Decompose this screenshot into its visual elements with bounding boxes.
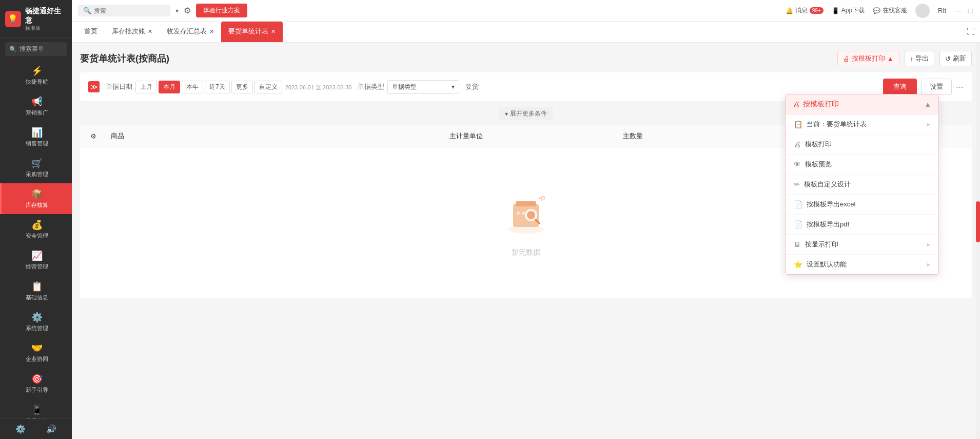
template-print-item-label: 模板打印 — [805, 140, 832, 149]
dropdown-display-print[interactable]: 🖥 按显示打印 ▸ — [786, 235, 938, 255]
sidebar-item-sales[interactable]: 📊 销售管理 — [0, 122, 72, 152]
tab-inventory-batch-close[interactable]: ✕ — [148, 28, 152, 35]
pdf-icon: 📄 — [794, 220, 802, 228]
search-input[interactable] — [94, 7, 155, 14]
sidebar-logo: 💡 畅捷通好生意 标准版 — [0, 0, 72, 38]
th-qty: 主数量 — [619, 129, 792, 143]
display-print-icon: 🖥 — [794, 240, 801, 249]
recent7-btn[interactable]: 近7天 — [205, 81, 230, 93]
online-service-btn[interactable]: 💬 在线客服 — [873, 6, 907, 15]
basic-icon: 📋 — [31, 281, 43, 292]
right-scrollbar[interactable] — [976, 43, 980, 439]
tab-collection-summary[interactable]: 收发存汇总表 ✕ — [160, 22, 221, 42]
dropdown-title-label: 按模板打印 — [803, 100, 839, 109]
maximize-icon[interactable]: ⛶ — [967, 27, 975, 36]
tab-order-stat-label: 要货单统计表 — [228, 27, 268, 36]
sidebar-item-label: 企业协同 — [26, 355, 48, 363]
notifications-btn[interactable]: 🔔 消息 99+ — [786, 6, 824, 15]
dropdown-template-print[interactable]: 🖨 模板打印 — [786, 135, 938, 155]
current-month-btn[interactable]: 本月 — [159, 81, 180, 93]
sidebar-item-basic[interactable]: 📋 基础信息 — [0, 276, 72, 307]
sidebar: 💡 畅捷通好生意 标准版 🔍 搜索菜单 ⚡ 快捷导航 📢 营销推广 📊 销售管理… — [0, 0, 72, 439]
settings-icon[interactable]: ⚙️ — [15, 424, 26, 434]
more-btn[interactable]: 更多 — [231, 81, 253, 93]
sidebar-item-app[interactable]: 📱 应用中心 — [0, 399, 72, 418]
dropdown-arrow-icon[interactable]: ▾ — [175, 7, 179, 14]
scrollbar-thumb[interactable] — [976, 201, 980, 242]
dropdown-close-icon[interactable]: ▲ — [924, 100, 931, 108]
notifications-badge: 99+ — [810, 7, 824, 14]
bell-icon: 🔔 — [786, 7, 793, 14]
sidebar-bottom: ⚙️ 🔊 — [0, 418, 72, 439]
trial-button[interactable]: 体验行业方案 — [196, 4, 247, 17]
empty-illustration — [500, 188, 552, 240]
sidebar-item-purchase[interactable]: 🛒 采购管理 — [0, 152, 72, 183]
purchase-icon: 🛒 — [31, 158, 43, 169]
template-print-btn[interactable]: 🖨 按模板打印 ▲ — [837, 51, 899, 66]
avatar[interactable] — [915, 4, 930, 18]
tab-order-stat-close[interactable]: ✕ — [271, 28, 276, 35]
tab-order-stat[interactable]: 要货单统计表 ✕ — [221, 22, 283, 42]
th-settings[interactable]: ⚙ — [86, 130, 107, 142]
export-btn[interactable]: ↑ 导出 — [905, 51, 935, 66]
filter-expand-btn[interactable]: ≫ — [88, 81, 100, 92]
query-btn[interactable]: 查询 — [883, 79, 917, 95]
topbar-search[interactable]: 🔍 — [78, 5, 170, 16]
topbar: 🔍 ▾ ⚙ 体验行业方案 🔔 消息 99+ 📱 App下载 💬 在线客服 Rit — [72, 0, 980, 22]
sidebar-item-shortcut[interactable]: ⚡ 快捷导航 — [0, 60, 72, 91]
template-print-dropdown: 🖨 按模板打印 ▲ 📋 当前：要货单统计表 ▸ 🖨 模板打印 — [785, 94, 939, 275]
tab-collection-summary-close[interactable]: ✕ — [209, 28, 214, 35]
current-year-btn[interactable]: 本年 — [182, 81, 203, 93]
printer-icon: 🖨 — [843, 55, 850, 63]
online-service-label: 在线客服 — [883, 6, 907, 15]
download-icon: 📱 — [832, 7, 839, 14]
default-func-icon: ⭐ — [794, 260, 802, 269]
refresh-icon: ↺ — [945, 55, 951, 63]
window-maximize-btn[interactable]: □ — [967, 7, 974, 14]
refresh-btn[interactable]: ↺ 刷新 — [939, 51, 972, 66]
sidebar-item-marketing[interactable]: 📢 营销推广 — [0, 91, 72, 122]
dropdown-panel-title: 🖨 按模板打印 — [793, 100, 839, 109]
dropdown-set-default[interactable]: ⭐ 设置默认功能 ▸ — [786, 255, 938, 274]
dropdown-template-pdf[interactable]: 📄 按模板导出pdf — [786, 215, 938, 235]
template-list-icon: 📋 — [794, 120, 802, 128]
collab-icon: 🤝 — [31, 342, 43, 354]
order-type-select[interactable]: 单据类型 ▾ — [387, 80, 459, 94]
dropdown-template-custom[interactable]: ✏ 模板自定义设计 — [786, 175, 938, 195]
custom-btn[interactable]: 自定义 — [254, 81, 282, 93]
design-icon: ✏ — [794, 180, 800, 188]
svg-point-4 — [527, 211, 535, 219]
prev-month-btn[interactable]: 上月 — [135, 81, 157, 93]
sidebar-item-operations[interactable]: 📈 经营管理 — [0, 245, 72, 276]
sidebar-item-guide[interactable]: 🎯 新手引导 — [0, 368, 72, 399]
inventory-icon: 📦 — [31, 188, 43, 200]
gear-icon[interactable]: ⚙ — [184, 6, 191, 15]
date-filter-label: 单据日期 — [106, 82, 132, 91]
dropdown-template-excel[interactable]: 📄 按模板导出excel — [786, 195, 938, 215]
sidebar-item-finance[interactable]: 💰 资金管理 — [0, 214, 72, 245]
more-options-icon[interactable]: ··· — [956, 82, 964, 92]
template-custom-label: 模板自定义设计 — [804, 180, 851, 189]
dropdown-template-preview[interactable]: 👁 模板预览 — [786, 155, 938, 175]
sound-icon[interactable]: 🔊 — [46, 424, 56, 434]
sidebar-item-system[interactable]: ⚙️ 系统管理 — [0, 307, 72, 337]
app-download-btn[interactable]: 📱 App下载 — [832, 6, 865, 15]
topbar-search-icon: 🔍 — [83, 7, 91, 14]
print-icon: 🖨 — [794, 140, 801, 148]
tab-inventory-batch[interactable]: 库存批次账 ✕ — [105, 22, 160, 42]
printer-icon: 🖨 — [793, 100, 800, 108]
empty-text: 暂无数据 — [512, 248, 540, 257]
sidebar-search-btn[interactable]: 🔍 搜索菜单 — [5, 42, 67, 56]
dropdown-current-template[interactable]: 📋 当前：要货单统计表 ▸ — [786, 114, 938, 135]
window-minimize-btn[interactable]: ─ — [955, 7, 963, 14]
sidebar-item-label: 经营管理 — [26, 263, 48, 271]
sidebar-item-collab[interactable]: 🤝 企业协同 — [0, 337, 72, 368]
expand-more-btn[interactable]: ▾ 展开更多条件 — [499, 107, 553, 120]
sidebar-item-label: 库存核算 — [26, 201, 48, 209]
topbar-right: 🔔 消息 99+ 📱 App下载 💬 在线客服 Rit — [786, 4, 946, 18]
chevron-right-icon: ▸ — [927, 121, 930, 128]
sidebar-item-label: 新手引导 — [26, 386, 48, 394]
sidebar-item-inventory[interactable]: 📦 库存核算 — [0, 183, 72, 214]
tab-home[interactable]: 首页 — [77, 22, 105, 42]
settings-btn[interactable]: 设置 — [921, 79, 952, 95]
